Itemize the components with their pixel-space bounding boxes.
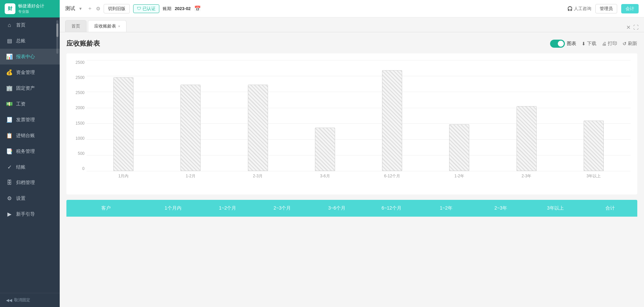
admin-button[interactable]: 管理员 [595, 4, 617, 13]
y-label-1000: 1000 [73, 136, 85, 141]
bar-1 [180, 85, 201, 171]
accounting-button[interactable]: 会计 [621, 4, 639, 13]
sidebar-item-invoices[interactable]: 🧾 发票管理 [0, 112, 60, 128]
th-2-3y: 2~3年 [473, 200, 528, 217]
certified-badge: 🛡 已认证 [133, 4, 159, 13]
x-label-3y: 3年以上 [584, 173, 604, 179]
sidebar-item-label: 报表中心 [16, 54, 35, 60]
sidebar-item-home[interactable]: ⌂ 首页 [0, 17, 60, 33]
app-edition: 专业版 [18, 9, 44, 14]
sidebar-logo: 财 畅捷通好会计 专业版 [0, 0, 60, 17]
tab-home-label: 首页 [71, 23, 80, 29]
print-button[interactable]: 🖨 打印 [602, 41, 617, 47]
sidebar-item-payroll[interactable]: 💵 工资 [0, 96, 60, 112]
sidebar-item-ledger[interactable]: ▤ 总账 [0, 33, 60, 49]
download-button[interactable]: ⬇ 下载 [582, 41, 596, 47]
expand-icon[interactable]: ⛶ [633, 25, 639, 31]
x-label-1-2m: 1-2月 [180, 173, 201, 179]
topbar: 测试 ▼ ＋ ⚙ 切到旧版 🛡 已认证 账期 2023-02 📅 🎧 人工咨询 … [60, 0, 644, 17]
sidebar-item-guide[interactable]: ▶ 新手引导 [0, 206, 60, 222]
bar-3 [315, 128, 335, 171]
sidebar-item-label: 总账 [16, 38, 25, 44]
chart-toggle-label: 图表 [567, 41, 576, 47]
reports-icon: 📊 [6, 53, 13, 60]
tabs-right: ✕ ⛶ [626, 24, 639, 32]
close-window-icon[interactable]: ✕ [626, 24, 631, 31]
app-name: 畅捷通好会计 [18, 3, 44, 9]
page-actions: 图表 ⬇ 下载 🖨 打印 ↺ 刷新 [550, 40, 637, 48]
y-label-1500: 1500 [73, 121, 85, 126]
pin-icon: ◀◀ [6, 298, 12, 303]
sidebar-item-closing[interactable]: ✓ 结账 [0, 159, 60, 175]
archive-icon: 🗄 [6, 180, 13, 186]
add-project-button[interactable]: ＋ [87, 5, 93, 12]
bar-0 [113, 77, 133, 171]
sidebar-item-tax[interactable]: 📑 税务管理 [0, 143, 60, 159]
sidebar-item-reports[interactable]: 📊 报表中心 [0, 49, 60, 64]
sidebar-item-funds[interactable]: 💰 资金管理 [0, 64, 60, 80]
consulting-label: 人工咨询 [574, 6, 591, 12]
sidebar-item-assets[interactable]: 🏢 固定资产 [0, 80, 60, 96]
main-area: 测试 ▼ ＋ ⚙ 切到旧版 🛡 已认证 账期 2023-02 📅 🎧 人工咨询 … [60, 0, 644, 307]
bar-4 [382, 70, 402, 171]
y-label-2500b: 2500 [73, 75, 85, 80]
y-label-2500c: 2500 [73, 90, 85, 95]
print-label: 打印 [608, 41, 617, 47]
table-header: 客户 1个月内 1~2个月 2~3个月 3~6个月 6~12个月 1~2年 2~… [66, 200, 637, 217]
tab-close-icon[interactable]: × [118, 24, 120, 28]
refresh-label: 刷新 [628, 41, 637, 47]
project-dropdown-icon[interactable]: ▼ [78, 6, 83, 11]
th-3-6m: 3~6个月 [310, 200, 364, 217]
y-label-500: 500 [73, 151, 85, 156]
chart-toggle[interactable] [550, 40, 565, 48]
page-header: 应收账龄表 图表 ⬇ 下载 🖨 打印 ↺ 刷新 [66, 39, 637, 48]
bar-7 [584, 121, 604, 171]
y-label-2000: 2000 [73, 105, 85, 110]
th-total: 合计 [583, 200, 637, 217]
bar-6 [517, 106, 537, 171]
x-label-1m: 1月内 [113, 173, 133, 179]
ledger-icon: ▤ [6, 38, 13, 44]
switch-old-button[interactable]: 切到旧版 [104, 4, 130, 13]
scroll-indicator [56, 20, 58, 54]
topbar-right: 🎧 人工咨询 管理员 会计 [567, 4, 639, 13]
tab-aging[interactable]: 应收账龄表 × [88, 20, 126, 32]
sales-icon: 📋 [6, 132, 13, 139]
refresh-button[interactable]: ↺ 刷新 [623, 41, 637, 47]
th-3y: 3年以上 [528, 200, 583, 217]
logo-text-group: 畅捷通好会计 专业版 [18, 3, 44, 14]
sidebar-item-label: 新手引导 [16, 211, 35, 217]
bars-container [87, 60, 631, 171]
sidebar-item-archive[interactable]: 🗄 归档管理 [0, 175, 60, 190]
chart-plot-area: 1月内 1-2月 2-3月 3-6月 6-12个月 1-2年 2-3年 3年以上 [87, 60, 631, 181]
cancel-pin-label: 取消固定 [14, 297, 30, 303]
cancel-pin-button[interactable]: ◀◀ 取消固定 [0, 293, 60, 307]
th-customer: 客户 [66, 200, 146, 217]
download-icon: ⬇ [582, 41, 586, 46]
sidebar-item-label: 发票管理 [16, 117, 35, 123]
x-label-2-3y: 2-3年 [517, 173, 537, 179]
chart-toggle-group: 图表 [550, 40, 576, 48]
sidebar-item-label: 资金管理 [16, 70, 35, 76]
x-label-3-6m: 3-6月 [315, 173, 335, 179]
print-icon: 🖨 [602, 41, 606, 46]
sidebar-item-label: 税务管理 [16, 148, 35, 155]
th-6-12m: 6~12个月 [364, 200, 419, 217]
calendar-icon[interactable]: 📅 [194, 5, 201, 12]
chart-inner: 2500 2500 2500 2000 1500 1000 500 0 [73, 60, 631, 181]
x-label-1-2y: 1-2年 [449, 173, 469, 179]
certified-label: 已认证 [143, 6, 156, 12]
sidebar-item-label: 固定资产 [16, 85, 35, 91]
home-icon: ⌂ [6, 22, 13, 28]
period-label: 账期 [163, 6, 171, 12]
tab-home[interactable]: 首页 [65, 20, 87, 32]
sidebar-item-sales[interactable]: 📋 进销台账 [0, 128, 60, 143]
settings-button[interactable]: ⚙ [96, 6, 100, 12]
sidebar-item-settings[interactable]: ⚙ 设置 [0, 190, 60, 206]
sidebar-item-label: 结账 [16, 164, 25, 170]
x-label-2-3m: 2-3月 [248, 173, 268, 179]
sidebar-item-label: 归档管理 [16, 180, 35, 186]
funds-icon: 💰 [6, 69, 13, 76]
consulting-button[interactable]: 🎧 人工咨询 [567, 6, 591, 12]
guide-icon: ▶ [6, 211, 13, 217]
